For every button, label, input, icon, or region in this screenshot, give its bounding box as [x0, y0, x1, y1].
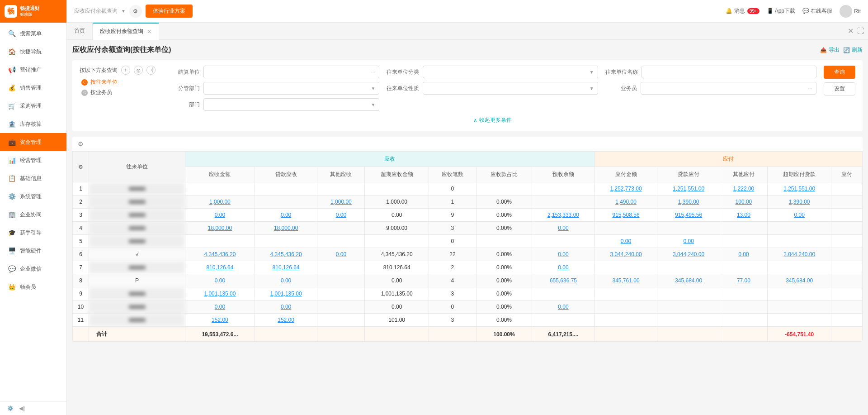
cell-pay-remain — [831, 182, 863, 196]
user-avatar[interactable]: Rit — [840, 5, 861, 18]
cell-rec-loan[interactable]: 18,000.00 — [255, 222, 317, 235]
cell-pay-overdue[interactable]: 3,044,240.00 — [767, 248, 831, 261]
cell-pay-overdue[interactable]: 345,684.00 — [767, 274, 831, 287]
cell-rec-prepay[interactable]: 655,636.75 — [532, 274, 595, 287]
table-gear-icon[interactable]: ⚙ — [78, 140, 84, 148]
cell-rec-other[interactable]: 0.00 — [317, 209, 365, 222]
cell-pay-loan[interactable]: 345,684.00 — [657, 274, 720, 287]
cell-rec-loan[interactable]: 810,126.64 — [255, 261, 317, 274]
app-download-btn[interactable]: 📱 App下载 — [767, 7, 795, 15]
cell-pay-other[interactable]: 1,222.00 — [720, 182, 767, 196]
online-service-btn[interactable]: 💬 在线客服 — [802, 7, 832, 15]
cell-rec-amount[interactable]: 18,000.00 — [185, 222, 255, 235]
cell-pay-other[interactable]: 77.00 — [720, 274, 767, 287]
sidebar-item-system[interactable]: ⚙️ 系统管理 — [0, 187, 66, 205]
cell-pay-amount[interactable]: 1,490.00 — [594, 196, 657, 209]
filter-settlement-input[interactable]: ··· — [203, 66, 379, 78]
sidebar-item-wechat[interactable]: 💬 企业微信 — [0, 260, 66, 278]
cell-rec-amount[interactable]: 1,000.00 — [185, 196, 255, 209]
sidebar-item-inventory[interactable]: 🏦 库存核算 — [0, 115, 66, 133]
cell-pay-overdue[interactable]: 1,251,551.00 — [767, 182, 831, 196]
cell-rec-amount[interactable]: 0.00 — [185, 301, 255, 314]
cell-pay-loan[interactable]: 915,495.56 — [657, 209, 720, 222]
cell-rec-loan[interactable]: 0.00 — [255, 209, 317, 222]
collapse-more-btn[interactable]: ∧ 收起更多条件 — [168, 114, 816, 126]
cell-pay-loan[interactable]: 1,251,551.00 — [657, 182, 720, 196]
cell-rec-prepay[interactable]: 0.00 — [532, 301, 595, 314]
cell-rec-prepay[interactable]: 2,153,333.00 — [532, 209, 595, 222]
cell-rec-amount[interactable]: 1,001,135.00 — [185, 287, 255, 301]
scheme-by-partner[interactable]: ⬡ 按往来单位 — [81, 78, 161, 86]
solution-button[interactable]: 体验行业方案 — [146, 5, 193, 18]
cell-pay-amount[interactable]: 345,761.00 — [594, 274, 657, 287]
cell-rec-loan[interactable]: 1,001,135.00 — [255, 287, 317, 301]
sidebar-item-basic[interactable]: 📋 基础信息 — [0, 169, 66, 187]
cell-rec-other[interactable]: 0.00 — [317, 248, 365, 261]
tab-receivable-query[interactable]: 应收应付余额查询 ✕ — [93, 23, 159, 40]
sidebar-item-finance[interactable]: 💼 资金管理 — [0, 133, 66, 151]
cell-rec-amount[interactable]: 4,345,436.20 — [185, 248, 255, 261]
sidebar-item-purchase[interactable]: 🛒 采购管理 — [0, 97, 66, 115]
footer-rec-prepay[interactable]: 6,417,215.... — [532, 327, 595, 342]
filter-salesman-input[interactable]: ··· — [641, 82, 816, 95]
cell-rec-loan — [255, 182, 317, 196]
filter-scheme-panel: 按以下方案查询 + ◎ 《 ⬡ 按往来单位 ⬡ — [80, 66, 161, 96]
sidebar-item-marketing[interactable]: 📢 营销推广 — [0, 61, 66, 79]
sidebar-collapse-btn[interactable]: ◀‖ — [19, 405, 25, 411]
cell-pay-loan[interactable]: 1,390.00 — [657, 196, 720, 209]
cell-rec-amount[interactable]: 152.00 — [185, 314, 255, 327]
tab-close-icon[interactable]: ✕ — [147, 29, 151, 35]
cell-rec-prepay[interactable]: 0.00 — [532, 222, 595, 235]
sidebar-item-sales[interactable]: 💰 销售管理 — [0, 79, 66, 97]
filter-dept-input[interactable]: ▼ — [203, 82, 379, 95]
sidebar-item-quick-nav[interactable]: 🏠 快捷导航 — [0, 43, 66, 61]
cell-pay-amount[interactable]: 915,508.56 — [594, 209, 657, 222]
cell-rec-prepay[interactable]: 0.00 — [532, 261, 595, 274]
sidebar-item-hardware[interactable]: 🖥️ 智能硬件 — [0, 242, 66, 260]
cell-rec-loan[interactable]: 0.00 — [255, 274, 317, 287]
filter-partner-cat-input[interactable]: ▼ — [423, 66, 598, 78]
cell-pay-overdue[interactable]: 1,390.00 — [767, 196, 831, 209]
message-btn[interactable]: 🔔 消息 99+ — [726, 7, 760, 15]
notification-area: 🔔 消息 99+ 📱 App下载 💬 在线客服 Rit — [726, 5, 861, 18]
cell-rec-loan[interactable]: 152.00 — [255, 314, 317, 327]
tab-home[interactable]: 首页 — [67, 23, 93, 40]
export-button[interactable]: 📤 导出 — [820, 46, 840, 54]
filter-target-btn[interactable]: ◎ — [134, 66, 143, 75]
filter-collapse-btn[interactable]: 《 — [146, 66, 156, 75]
filter-partner-type-input[interactable]: ▼ — [423, 82, 598, 95]
sidebar-settings-btn[interactable]: ⚙️ — [7, 405, 14, 411]
scheme-by-salesman[interactable]: ⬡ 按业务员 — [81, 89, 161, 96]
cell-rec-amount[interactable]: 0.00 — [185, 209, 255, 222]
refresh-button[interactable]: 🔄 刷新 — [843, 46, 863, 54]
cell-rec-loan[interactable]: 4,345,436.20 — [255, 248, 317, 261]
cell-pay-amount[interactable]: 1,252,773.00 — [594, 182, 657, 196]
cell-pay-amount[interactable]: 3,044,240.00 — [594, 248, 657, 261]
filter-add-btn[interactable]: + — [121, 66, 130, 75]
cell-pay-amount[interactable]: 0.00 — [594, 235, 657, 248]
footer-rec-total[interactable]: 19,553,472,6... — [185, 327, 255, 342]
cell-pay-other[interactable]: 100.00 — [720, 196, 767, 209]
sidebar-item-search-menu[interactable]: 🔍 搜索菜单 — [0, 24, 66, 43]
tab-close-all-icon[interactable]: ✕ — [848, 27, 854, 35]
cell-pay-other[interactable]: 13.00 — [720, 209, 767, 222]
set-button[interactable]: 设置 — [824, 82, 855, 95]
cell-rec-other[interactable]: 1,000.00 — [317, 196, 365, 209]
tab-expand-icon[interactable]: ⛶ — [857, 27, 864, 35]
cell-pay-other[interactable]: 0.00 — [720, 248, 767, 261]
filter-partner-name-input[interactable] — [642, 66, 816, 78]
cell-pay-loan[interactable]: 0.00 — [657, 235, 720, 248]
cell-rec-loan[interactable]: 0.00 — [255, 301, 317, 314]
sidebar-item-guide[interactable]: 🎓 新手引导 — [0, 224, 66, 242]
cell-rec-prepay[interactable]: 0.00 — [532, 248, 595, 261]
sidebar-item-operation[interactable]: 📊 经营管理 — [0, 151, 66, 169]
cell-rec-amount[interactable]: 810,126.64 — [185, 261, 255, 274]
query-button[interactable]: 查询 — [824, 66, 855, 79]
cell-rec-amount[interactable]: 0.00 — [185, 274, 255, 287]
cell-pay-overdue[interactable]: 0.00 — [767, 209, 831, 222]
sidebar-item-member[interactable]: 👑 畅会员 — [0, 278, 66, 296]
cell-pay-loan[interactable]: 3,044,240.00 — [657, 248, 720, 261]
sidebar-item-enterprise[interactable]: 🏢 企业协同 — [0, 205, 66, 224]
filter-division-input[interactable]: ▼ — [203, 98, 379, 111]
settings-gear-button[interactable]: ⚙ — [129, 5, 142, 18]
